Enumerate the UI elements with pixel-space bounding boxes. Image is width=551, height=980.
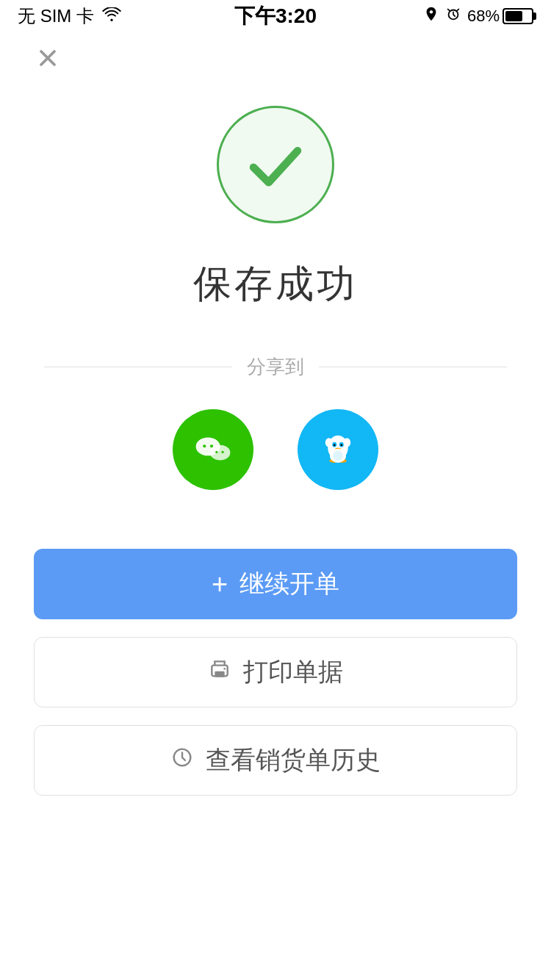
svg-point-5 bbox=[215, 451, 217, 453]
success-title: 保存成功 bbox=[193, 259, 358, 310]
svg-point-3 bbox=[203, 444, 206, 447]
wechat-share-button[interactable] bbox=[173, 409, 253, 490]
continue-button[interactable]: + 继续开单 bbox=[34, 549, 517, 619]
battery-percent: 68% bbox=[467, 7, 500, 26]
share-label: 分享到 bbox=[247, 354, 304, 380]
alarm-icon bbox=[445, 6, 461, 26]
share-section: 分享到 bbox=[0, 354, 551, 490]
history-button[interactable]: 查看销货单历史 bbox=[34, 725, 517, 796]
print-label: 打印单据 bbox=[243, 655, 343, 689]
main-content: 保存成功 分享到 bbox=[0, 32, 551, 796]
svg-point-13 bbox=[325, 438, 333, 447]
battery-indicator: 68% bbox=[467, 7, 533, 26]
continue-label: 继续开单 bbox=[240, 567, 339, 601]
wifi-icon bbox=[101, 6, 122, 26]
continue-plus-icon: + bbox=[212, 570, 228, 598]
svg-point-6 bbox=[221, 451, 223, 453]
history-icon bbox=[170, 746, 194, 775]
battery-fill bbox=[505, 11, 522, 21]
status-bar-time: 下午3:20 bbox=[234, 2, 317, 30]
qq-share-button[interactable] bbox=[298, 409, 378, 490]
svg-point-18 bbox=[333, 450, 343, 461]
svg-point-21 bbox=[223, 668, 226, 670]
svg-point-11 bbox=[340, 444, 342, 446]
svg-rect-20 bbox=[215, 671, 224, 677]
svg-point-2 bbox=[210, 445, 231, 461]
print-icon bbox=[208, 657, 231, 687]
battery-shape bbox=[503, 8, 533, 24]
location-icon bbox=[423, 6, 439, 26]
divider-left bbox=[44, 367, 232, 367]
carrier-text: 无 SIM 卡 bbox=[18, 4, 94, 28]
history-label: 查看销货单历史 bbox=[206, 743, 381, 777]
svg-point-14 bbox=[344, 438, 351, 447]
action-buttons: + 继续开单 打印单据 查看销货单历史 bbox=[0, 549, 551, 796]
svg-point-10 bbox=[334, 444, 336, 446]
close-button[interactable] bbox=[29, 40, 66, 76]
share-divider: 分享到 bbox=[0, 354, 551, 380]
svg-point-4 bbox=[210, 444, 213, 447]
status-bar-right: 68% bbox=[423, 6, 533, 26]
status-bar-left: 无 SIM 卡 bbox=[18, 4, 122, 28]
print-button[interactable]: 打印单据 bbox=[34, 637, 517, 707]
divider-right bbox=[319, 367, 507, 367]
status-bar: 无 SIM 卡 下午3:20 bbox=[0, 0, 551, 32]
success-icon-circle bbox=[217, 106, 334, 223]
share-icons-row bbox=[173, 409, 378, 490]
